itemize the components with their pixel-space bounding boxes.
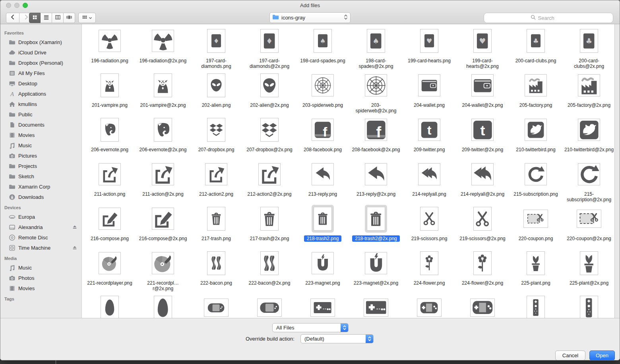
sidebar-item-movies[interactable]: Movies	[0, 283, 81, 293]
file-item[interactable]: 217-trash@2x.png	[243, 204, 296, 249]
file-item[interactable]: 203-spiderweb.png	[296, 71, 349, 116]
search-field[interactable]	[484, 13, 613, 23]
sidebar-item-alexandria[interactable]: Alexandria	[0, 222, 81, 232]
sidebar-item-europa[interactable]: Europa	[0, 212, 81, 222]
file-item[interactable]: 210-twitterbird@2x.png	[562, 116, 616, 160]
file-item[interactable]: ♣200-card-clubs.png	[509, 27, 562, 71]
file-item[interactable]: t209-twitter@2x.png	[456, 116, 509, 160]
cancel-button[interactable]: Cancel	[555, 351, 585, 360]
file-item[interactable]: ♦197-card-diamonds.png	[190, 27, 243, 71]
file-item[interactable]: 206-evernote.png	[83, 116, 136, 160]
file-item[interactable]: 221-recordplayer.png	[83, 249, 136, 293]
sidebar-item-public[interactable]: Public	[0, 109, 81, 119]
file-item[interactable]	[83, 293, 136, 318]
file-item[interactable]	[456, 293, 509, 318]
file-item[interactable]: 204-wallet@2x.png	[456, 71, 509, 116]
file-item[interactable]: 207-dropbox.png	[190, 116, 243, 160]
file-item[interactable]	[349, 293, 403, 318]
vertical-scrollbar[interactable]	[614, 24, 620, 318]
file-item[interactable]: 196-radiation@2x.png	[136, 27, 190, 71]
sidebar-item-time-machine[interactable]: Time Machine	[0, 243, 81, 253]
sidebar-item-dropbox-xamarin-[interactable]: Dropbox (Xamarin)	[0, 37, 81, 47]
file-item[interactable]: 215-subscription@2x.png	[562, 160, 616, 204]
file-item[interactable]: 205-factory.png	[509, 71, 562, 116]
file-item[interactable]: 206-evernote@2x.png	[136, 116, 190, 160]
sidebar-item-kmullins[interactable]: kmullins	[0, 99, 81, 109]
file-item[interactable]: 203-spiderweb@2x.png	[349, 71, 403, 116]
file-item[interactable]: f208-facebook@2x.png	[349, 116, 403, 160]
eject-icon[interactable]	[72, 245, 78, 250]
file-item[interactable]: 214-replyall.png	[403, 160, 456, 204]
file-item[interactable]: 212-action2@2x.png	[243, 160, 296, 204]
search-input[interactable]	[537, 15, 567, 21]
file-item[interactable]: 222-bacon@2x.png	[243, 249, 296, 293]
file-item[interactable]: ♦197-card-diamonds@2x.png	[243, 27, 296, 71]
sidebar-item-music[interactable]: Music	[0, 262, 81, 273]
file-item[interactable]: 218-trash2@2x.png	[349, 204, 403, 249]
view-grid-button[interactable]	[29, 13, 41, 23]
file-item[interactable]: ♠198-card-spades@2x.png	[349, 27, 403, 71]
file-item[interactable]: 201-vampire.png	[83, 71, 136, 116]
file-item[interactable]: t209-twitter.png	[403, 116, 456, 160]
file-item[interactable]	[562, 293, 616, 318]
file-item[interactable]: 224-flower.png	[403, 249, 456, 293]
sidebar-item-all-my-files[interactable]: All My Files	[0, 68, 81, 78]
sidebar-item-projects[interactable]: Projects	[0, 161, 81, 171]
file-item[interactable]: ♥199-card-hearts.png	[403, 27, 456, 71]
file-item[interactable]: 211-action@2x.png	[136, 160, 190, 204]
sidebar-item-icloud-drive[interactable]: iCloud Drive	[0, 47, 81, 58]
file-item[interactable]: 214-replyall@2x.png	[456, 160, 509, 204]
view-list-button[interactable]	[41, 13, 52, 23]
file-item[interactable]: 196-radiation.png	[83, 27, 136, 71]
file-item[interactable]: 223-magnet@2x.png	[349, 249, 403, 293]
file-item[interactable]: 225-plant.png	[509, 249, 562, 293]
eject-icon[interactable]	[72, 224, 78, 230]
back-button[interactable]	[6, 13, 19, 23]
file-item[interactable]	[403, 293, 456, 318]
view-coverflow-button[interactable]	[64, 13, 75, 23]
file-item[interactable]: 222-bacon.png	[190, 249, 243, 293]
file-item[interactable]: 212-action2.png	[190, 160, 243, 204]
file-item[interactable]: 211-action.png	[83, 160, 136, 204]
file-item[interactable]	[190, 293, 243, 318]
file-item[interactable]	[243, 293, 296, 318]
sidebar-item-sketch[interactable]: Sketch	[0, 171, 81, 181]
file-item[interactable]: 216-compose@2x.png	[136, 204, 190, 249]
file-item[interactable]: 213-reply@2x.png	[349, 160, 403, 204]
sidebar-item-music[interactable]: Music	[0, 140, 81, 150]
file-item[interactable]	[296, 293, 349, 318]
sidebar-item-xamarin-corp[interactable]: Xamarin Corp	[0, 181, 81, 192]
file-item[interactable]: 202-alien.png	[190, 71, 243, 116]
file-item[interactable]: 220-coupon@2x.png	[562, 204, 616, 249]
file-item[interactable]: 221-recordpl…r@2x.png	[136, 249, 190, 293]
sidebar-item-photos[interactable]: Photos	[0, 273, 81, 283]
sidebar-item-documents[interactable]: Documents	[0, 119, 81, 130]
file-item[interactable]: 215-subscription.png	[509, 160, 562, 204]
file-item[interactable]: 219-scissors@2x.png	[456, 204, 509, 249]
file-item[interactable]: 201-vampire@2x.png	[136, 71, 190, 116]
sidebar-item-applications[interactable]: AApplications	[0, 89, 81, 99]
file-item[interactable]	[136, 293, 190, 318]
file-item[interactable]: 223-magnet.png	[296, 249, 349, 293]
file-item[interactable]: 202-alien@2x.png	[243, 71, 296, 116]
file-item[interactable]: 217-trash.png	[190, 204, 243, 249]
sidebar-item-dropbox-personal-[interactable]: Dropbox (Personal)	[0, 58, 81, 68]
file-item[interactable]: 224-flower@2x.png	[456, 249, 509, 293]
sidebar-item-desktop[interactable]: Desktop	[0, 78, 81, 89]
file-item[interactable]: 218-trash2.png	[296, 204, 349, 249]
view-columns-button[interactable]	[52, 13, 64, 23]
file-item[interactable]: ♣200-card-clubs@2x.png	[562, 27, 616, 71]
file-item[interactable]: 213-reply.png	[296, 160, 349, 204]
file-item[interactable]: 225-plant@2x.png	[562, 249, 616, 293]
open-button[interactable]: Open	[589, 351, 615, 360]
file-item[interactable]: 207-dropbox@2x.png	[243, 116, 296, 160]
file-item[interactable]	[509, 293, 562, 318]
file-item[interactable]: f208-facebook.png	[296, 116, 349, 160]
sidebar-item-pictures[interactable]: Pictures	[0, 150, 81, 161]
file-item[interactable]: 204-wallet.png	[403, 71, 456, 116]
file-item[interactable]: 216-compose.png	[83, 204, 136, 249]
file-item[interactable]: 210-twitterbird.png	[509, 116, 562, 160]
arrange-button[interactable]	[78, 13, 96, 23]
file-item[interactable]: 220-coupon.png	[509, 204, 562, 249]
sidebar-item-remote-disc[interactable]: Remote Disc	[0, 232, 81, 243]
